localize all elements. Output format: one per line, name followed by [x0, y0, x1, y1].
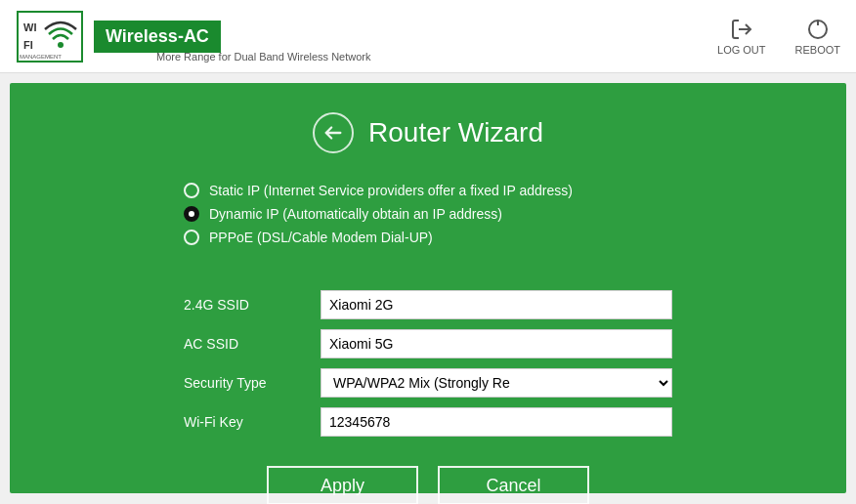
wifi-key-label: Wi-Fi Key [184, 414, 321, 430]
wifi-key-input[interactable] [321, 407, 672, 437]
security-type-label: Security Type [184, 375, 321, 391]
radio-static-ip-indicator [184, 183, 199, 198]
wizard-title: Router Wizard [368, 117, 543, 148]
svg-text:MANAGEMENT: MANAGEMENT [20, 54, 62, 60]
radio-dynamic-ip-indicator [184, 206, 199, 222]
header: WI FI MANAGEMENT Wireless-AC More Range … [0, 0, 856, 73]
reboot-label: REBOOT [795, 44, 840, 56]
header-actions: LOG OUT REBOOT [717, 18, 840, 56]
ssid-24-label: 2.4G SSID [184, 297, 321, 313]
apply-button[interactable]: Apply [267, 466, 418, 504]
back-arrow-icon [322, 122, 344, 144]
wizard-title-row: Router Wizard [313, 112, 543, 153]
security-type-row: Security Type WPA/WPA2 Mix (Strongly Re [184, 368, 672, 398]
ac-ssid-label: AC SSID [184, 336, 321, 352]
radio-static-ip-label: Static IP (Internet Service providers of… [209, 183, 573, 198]
logout-label: LOG OUT [717, 44, 766, 56]
tagline: More Range for Dual Band Wireless Networ… [156, 51, 370, 63]
radio-pppoe[interactable]: PPPoE (DSL/Cable Modem Dial-UP) [184, 230, 672, 245]
back-button[interactable] [313, 112, 354, 153]
ac-ssid-row: AC SSID [184, 329, 672, 358]
connection-type-group: Static IP (Internet Service providers of… [184, 183, 672, 253]
button-row: Apply Cancel [267, 466, 589, 504]
security-type-select[interactable]: WPA/WPA2 Mix (Strongly Re [321, 368, 672, 398]
cancel-button[interactable]: Cancel [438, 466, 589, 504]
svg-point-3 [58, 42, 64, 48]
radio-pppoe-label: PPPoE (DSL/Cable Modem Dial-UP) [209, 230, 433, 245]
ac-ssid-input[interactable] [321, 329, 672, 358]
svg-text:FI: FI [23, 39, 33, 51]
ssid-24-input[interactable] [321, 290, 672, 319]
logout-icon [730, 18, 753, 41]
radio-static-ip[interactable]: Static IP (Internet Service providers of… [184, 183, 672, 198]
radio-dynamic-ip-label: Dynamic IP (Automatically obtain an IP a… [209, 206, 502, 222]
ssid-24-row: 2.4G SSID [184, 290, 672, 319]
main-content: Router Wizard Static IP (Internet Servic… [10, 83, 846, 493]
radio-dynamic-ip[interactable]: Dynamic IP (Automatically obtain an IP a… [184, 206, 672, 222]
reboot-icon [806, 18, 830, 41]
brand-name: Wireless-AC [94, 21, 221, 53]
wifi-key-row: Wi-Fi Key [184, 407, 672, 437]
wifi-logo: WI FI MANAGEMENT [16, 10, 84, 63]
form-area: 2.4G SSID AC SSID Security Type WPA/WPA2… [184, 290, 672, 446]
svg-text:WI: WI [23, 21, 36, 33]
radio-pppoe-indicator [184, 230, 199, 245]
logout-button[interactable]: LOG OUT [717, 18, 766, 56]
reboot-button[interactable]: REBOOT [795, 18, 840, 56]
